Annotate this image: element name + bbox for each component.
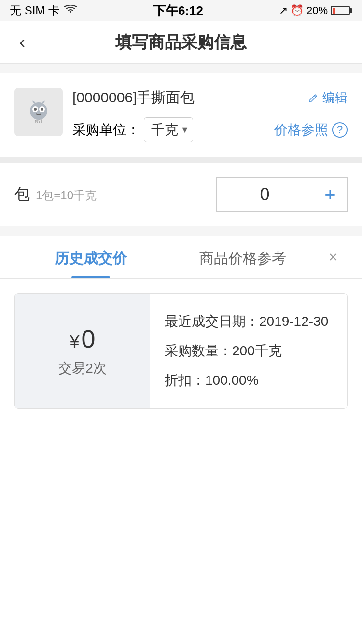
purchase-unit-row: 采购单位： 千克 ▼ 价格参照 ? — [72, 117, 348, 142]
unit-select-wrap[interactable]: 千克 ▼ — [144, 117, 193, 142]
alarm-icon: ⏰ — [291, 4, 304, 17]
wifi-icon — [64, 4, 77, 17]
transaction-count: 交易2次 — [58, 359, 107, 378]
back-button[interactable]: ‹ — [14, 28, 30, 57]
status-left: 无 SIM 卡 — [10, 3, 77, 18]
purchase-qty-label: 采购数量： — [165, 343, 232, 358]
unit-select-value: 千克 — [144, 117, 193, 142]
product-name: [0000006]手撕面包 — [72, 88, 195, 108]
svg-marker-5 — [32, 100, 36, 103]
discount-row: 折扣：100.00% — [165, 370, 333, 392]
quantity-label: 包 1包=10千克 — [14, 184, 97, 205]
purchase-qty-value: 200千克 — [232, 343, 282, 358]
tab-history-label: 历史成交价 — [55, 249, 127, 268]
status-right: ↗ ⏰ 20% — [279, 4, 352, 17]
product-info: [0000006]手撕面包 编辑 采购单位： 千克 ▼ 价格参照 ? — [72, 88, 348, 142]
recent-date-row: 最近成交日期：2019-12-30 — [165, 311, 333, 333]
price-ref-button[interactable]: 价格参照 ? — [274, 121, 348, 139]
page-title: 填写商品采购信息 — [115, 31, 247, 54]
price-ref-label: 价格参照 — [274, 121, 328, 139]
quantity-plus-button[interactable]: + — [313, 177, 348, 212]
location-icon: ↗ — [279, 4, 288, 17]
product-header: [0000006]手撕面包 编辑 — [72, 88, 348, 108]
divider-bar — [0, 157, 362, 163]
nav-bar: ‹ 填写商品采购信息 — [0, 21, 362, 64]
svg-point-3 — [34, 108, 37, 111]
history-card: ¥0 交易2次 最近成交日期：2019-12-30 采购数量：200千克 折扣：… — [14, 293, 348, 409]
price-ref-help-icon: ? — [332, 122, 348, 138]
quantity-row: 包 1包=10千克 + — [0, 163, 362, 226]
product-card: 数计 [0000006]手撕面包 编辑 采购单位： 千克 ▼ — [0, 73, 362, 157]
unit-label: 采购单位： — [72, 122, 140, 137]
recent-date-label: 最近成交日期： — [165, 314, 259, 329]
svg-point-0 — [30, 102, 47, 120]
status-bar: 无 SIM 卡 下午6:12 ↗ ⏰ 20% — [0, 0, 362, 21]
quantity-sub-label: 1包=10千克 — [36, 188, 97, 203]
svg-point-4 — [41, 108, 43, 111]
carrier-label: 无 SIM 卡 — [10, 3, 60, 18]
tab-product-price-ref[interactable]: 商品价格参考 — [167, 236, 319, 278]
svg-marker-6 — [42, 100, 45, 103]
quantity-input[interactable] — [216, 177, 313, 212]
discount-label: 折扣： — [165, 373, 205, 388]
discount-value: 100.00% — [205, 373, 259, 388]
history-price-display: ¥0 — [70, 324, 96, 353]
tab-product-price-label: 商品价格参考 — [199, 249, 286, 268]
tab-bar: 历史成交价 商品价格参考 × — [0, 236, 362, 279]
price-value: 0 — [82, 325, 96, 353]
tab-history-price[interactable]: 历史成交价 — [14, 236, 167, 278]
svg-text:数计: 数计 — [35, 119, 42, 124]
battery-icon — [331, 6, 352, 15]
purchase-qty-row: 采购数量：200千克 — [165, 340, 333, 362]
time-display: 下午6:12 — [153, 2, 203, 19]
recent-date-value: 2019-12-30 — [259, 314, 328, 329]
history-price-left: ¥0 交易2次 — [15, 294, 150, 408]
currency-symbol: ¥ — [70, 332, 80, 351]
unit-label-area: 采购单位： 千克 ▼ — [72, 117, 193, 142]
section-gap — [0, 226, 362, 236]
edit-button[interactable]: 编辑 — [308, 89, 348, 106]
quantity-unit: 包 — [14, 184, 30, 205]
history-detail-right: 最近成交日期：2019-12-30 采购数量：200千克 折扣：100.00% — [150, 294, 347, 408]
content-area: ¥0 交易2次 最近成交日期：2019-12-30 采购数量：200千克 折扣：… — [0, 279, 362, 472]
battery-percent: 20% — [306, 4, 328, 17]
product-thumbnail: 数计 — [14, 88, 63, 136]
quantity-control: + — [216, 177, 348, 212]
tab-close-button[interactable]: × — [319, 243, 348, 272]
tab-active-indicator — [71, 276, 110, 278]
bottom-space — [0, 472, 362, 644]
